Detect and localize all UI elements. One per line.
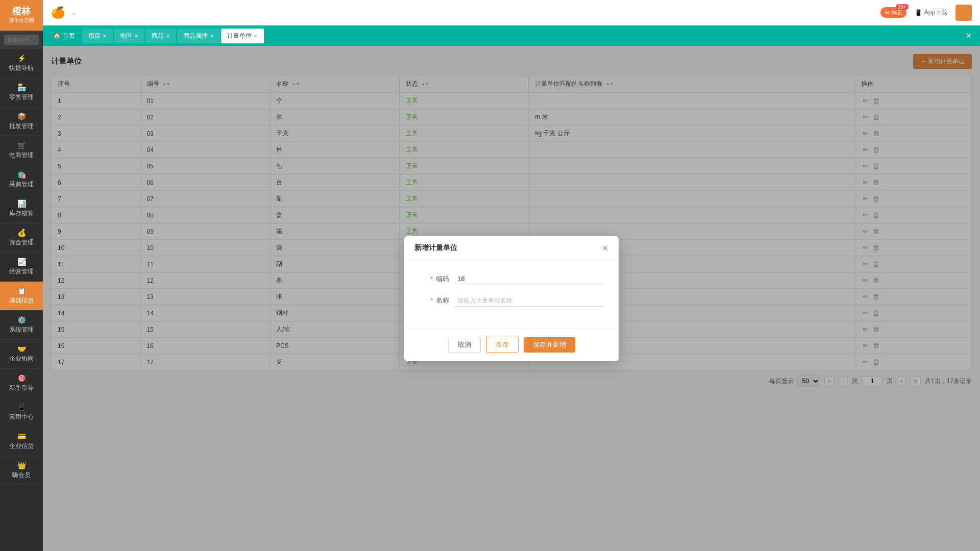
- sidebar-item-purchase[interactable]: 🛍️ 采购管理: [0, 165, 43, 194]
- topbar-left: 🍊 ⌄: [51, 6, 77, 19]
- topbar: 🍊 ⌄ ✉ 消息 99+ 📱 App下载: [43, 0, 980, 26]
- avatar[interactable]: [955, 5, 972, 21]
- sidebar: 橙林 进化生态圈 ⚡ 快捷导航 🏪 零售管理 📦 批发管理 🛒 电商管理 🛍️ …: [0, 0, 43, 551]
- topbar-right: ✉ 消息 99+ 📱 App下载: [880, 5, 972, 21]
- sidebar-item-inventory[interactable]: 📊 库存核算: [0, 194, 43, 223]
- tabbar: 🏠 首页 项目 ✕ 地区 ✕ 商品 ✕ 商品属性 ✕ 计量单位 ✕ ✕: [43, 26, 980, 46]
- sidebar-item-label: 零售管理: [9, 93, 34, 102]
- sidebar-item-label: 电商管理: [9, 151, 34, 160]
- tab-goods-close[interactable]: ✕: [166, 33, 170, 39]
- cancel-button[interactable]: 取消: [448, 337, 481, 353]
- topbar-logo: 🍊: [51, 6, 65, 19]
- sidebar-item-enterprise-credit[interactable]: 💳 企业信贷: [0, 427, 43, 456]
- message-label: 消息: [891, 9, 902, 16]
- sidebar-item-label: 嗨会员: [12, 471, 31, 480]
- guide-icon: 🎯: [17, 374, 26, 382]
- tab-projects-close[interactable]: ✕: [103, 33, 107, 39]
- modal-title: 新增计量单位: [414, 243, 457, 253]
- sidebar-item-system[interactable]: ⚙️ 系统管理: [0, 311, 43, 340]
- save-button[interactable]: 保存: [486, 337, 519, 353]
- sidebar-item-label: 快捷导航: [9, 64, 34, 72]
- code-input[interactable]: [454, 273, 604, 285]
- tab-measure-units-label: 计量单位: [227, 32, 252, 40]
- sidebar-item-guide[interactable]: 🎯 新手引导: [0, 369, 43, 398]
- sidebar-item-label: 新手引导: [9, 384, 34, 392]
- sidebar-search-input[interactable]: [4, 35, 39, 45]
- finance-icon: 💰: [17, 229, 26, 237]
- app-download-button[interactable]: 📱 App下载: [915, 8, 947, 17]
- sidebar-item-partners[interactable]: 🤝 企业协同: [0, 340, 43, 369]
- system-icon: ⚙️: [17, 316, 26, 324]
- sidebar-item-label: 应用中心: [9, 413, 34, 421]
- credit-icon: 💳: [17, 432, 26, 440]
- tab-projects[interactable]: 项目 ✕: [82, 29, 113, 43]
- operations-icon: 📈: [17, 258, 26, 266]
- name-input[interactable]: [454, 294, 604, 307]
- tab-measure-units-close[interactable]: ✕: [254, 33, 258, 39]
- tab-goods-attrs[interactable]: 商品属性 ✕: [177, 29, 220, 43]
- phone-icon: 📱: [915, 9, 922, 16]
- message-icon: ✉: [885, 9, 889, 16]
- close-all-tabs-button[interactable]: ✕: [962, 30, 976, 42]
- sidebar-item-retail[interactable]: 🏪 零售管理: [0, 78, 43, 107]
- name-required-mark: *: [430, 296, 433, 304]
- basic-info-icon: 📋: [17, 287, 26, 295]
- topbar-expand-btn[interactable]: ⌄: [71, 9, 77, 16]
- message-button[interactable]: ✉ 消息 99+: [880, 7, 906, 18]
- tab-measure-units[interactable]: 计量单位 ✕: [221, 29, 264, 43]
- sidebar-item-label: 库存核算: [9, 209, 34, 218]
- quick-nav-icon: ⚡: [17, 54, 26, 62]
- purchase-icon: 🛍️: [17, 170, 26, 179]
- topbar-brand-icon: 🍊: [51, 6, 65, 19]
- tab-regions[interactable]: 地区 ✕: [114, 29, 144, 43]
- sidebar-item-label: 企业协同: [9, 355, 34, 363]
- sidebar-logo: 橙林 进化生态圈: [0, 0, 43, 31]
- tab-goods-label: 商品: [152, 32, 164, 40]
- wholesale-icon: 📦: [17, 112, 26, 120]
- sidebar-logo-main: 橙林: [12, 7, 31, 16]
- tab-home-label: 首页: [63, 32, 75, 40]
- sidebar-item-quick-nav[interactable]: ⚡ 快捷导航: [0, 49, 43, 78]
- modal-close-button[interactable]: ✕: [602, 243, 608, 253]
- ecommerce-icon: 🛒: [17, 141, 26, 149]
- tab-projects-label: 项目: [88, 32, 101, 40]
- tab-goods[interactable]: 商品 ✕: [145, 29, 176, 43]
- code-label: * 编码: [419, 274, 449, 284]
- sidebar-item-label: 系统管理: [9, 325, 34, 334]
- sidebar-item-label: 经营管理: [9, 267, 34, 276]
- tab-regions-label: 地区: [120, 32, 132, 40]
- sidebar-item-label: 批发管理: [9, 122, 34, 131]
- sidebar-item-ecommerce[interactable]: 🛒 电商管理: [0, 136, 43, 165]
- sidebar-search-area: [0, 31, 43, 49]
- form-row-code: * 编码: [419, 273, 604, 285]
- sidebar-item-label: 采购管理: [9, 180, 34, 189]
- sidebar-logo-sub: 进化生态圈: [9, 17, 34, 24]
- app-center-icon: 📱: [17, 403, 26, 411]
- modal-header: 新增计量单位 ✕: [404, 236, 619, 261]
- message-badge: 99+: [896, 4, 909, 10]
- modal-footer: 取消 保存 保存并新增: [404, 328, 619, 361]
- tab-home[interactable]: 🏠 首页: [47, 29, 81, 43]
- sidebar-item-label: 基础信息: [9, 296, 34, 305]
- tab-goods-attrs-label: 商品属性: [183, 32, 208, 40]
- sidebar-item-basic-info[interactable]: 📋 基础信息: [0, 282, 43, 311]
- membership-icon: 👑: [17, 461, 26, 469]
- inventory-icon: 📊: [17, 199, 26, 208]
- code-required-mark: *: [430, 275, 433, 283]
- main-area: 🍊 ⌄ ✉ 消息 99+ 📱 App下载 🏠 首页 项目 ✕: [43, 0, 980, 551]
- tab-goods-attrs-close[interactable]: ✕: [210, 33, 214, 39]
- app-download-label: App下载: [924, 8, 947, 17]
- page-content: 计量单位 ＋ 新增计量单位 序号 编号 ▲▼ 名称 ▲▼ 状态: [43, 46, 980, 551]
- modal-body: * 编码 * 名称: [404, 261, 619, 328]
- tab-regions-close[interactable]: ✕: [134, 33, 138, 39]
- save-and-new-button[interactable]: 保存并新增: [524, 337, 575, 353]
- retail-icon: 🏪: [17, 83, 26, 91]
- sidebar-item-membership[interactable]: 👑 嗨会员: [0, 456, 43, 485]
- sidebar-item-finance[interactable]: 💰 资金管理: [0, 223, 43, 253]
- sidebar-nav: ⚡ 快捷导航 🏪 零售管理 📦 批发管理 🛒 电商管理 🛍️ 采购管理 📊 库存…: [0, 49, 43, 551]
- sidebar-item-wholesale[interactable]: 📦 批发管理: [0, 107, 43, 136]
- home-icon: 🏠: [53, 32, 61, 39]
- sidebar-item-operations[interactable]: 📈 经营管理: [0, 253, 43, 282]
- name-label: * 名称: [419, 296, 449, 305]
- sidebar-item-app-center[interactable]: 📱 应用中心: [0, 398, 43, 427]
